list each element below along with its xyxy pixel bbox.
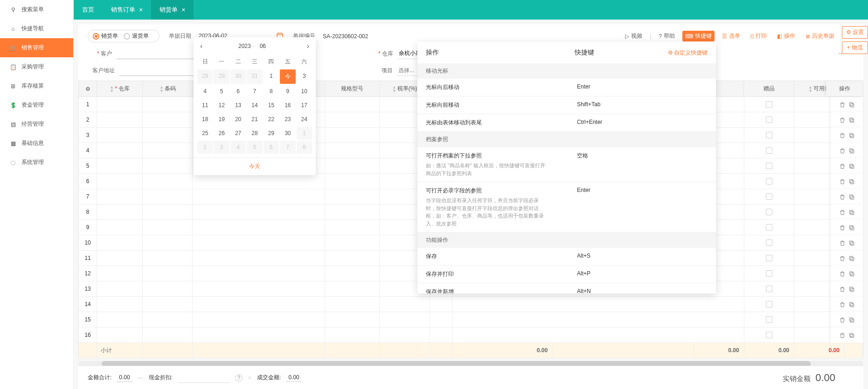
radio-sale[interactable]: 销货单 [93,32,118,40]
table-row[interactable]: 14 [78,297,863,312]
calendar-day[interactable]: 3 [214,141,229,154]
copy-icon[interactable] [848,102,855,108]
operate-button[interactable]: ◧操作 [774,31,798,41]
calendar-day[interactable]: 27 [230,127,246,140]
calendar-day[interactable]: 7 [247,85,262,98]
copy-icon[interactable] [848,148,855,154]
calendar-day[interactable]: 5 [247,141,262,154]
tab-0[interactable]: 首页 [74,0,103,20]
calendar-day[interactable]: 22 [264,113,279,126]
sidebar-item-1[interactable]: ⌂快捷导航 [0,19,73,38]
calendar-year[interactable]: 2023 [238,43,256,50]
calendar-day[interactable]: 28 [197,69,213,84]
calendar-day[interactable]: 16 [280,99,295,112]
calendar-day[interactable]: 23 [280,113,295,126]
video-button[interactable]: ▷视频 [622,31,645,41]
delete-icon[interactable] [839,148,846,154]
gift-checkbox[interactable] [766,224,772,231]
copy-icon[interactable] [848,286,855,293]
delete-icon[interactable] [839,286,846,293]
delete-icon[interactable] [839,317,846,323]
gift-checkbox[interactable] [766,270,772,277]
gift-checkbox[interactable] [766,255,772,261]
calendar-day[interactable]: 1 [264,69,279,84]
gift-checkbox[interactable] [766,101,772,108]
delete-icon[interactable] [839,209,846,216]
calendar-day[interactable]: 30 [230,69,246,84]
settings-button[interactable]: ⚙ 设置 [842,26,868,39]
calendar-day[interactable]: 13 [230,99,246,112]
calendar-day[interactable]: 8 [297,141,312,154]
copy-icon[interactable] [848,271,855,277]
col-barcode[interactable]: ▲▼条码 [143,81,193,96]
radio-return[interactable]: 退货单 [124,32,149,40]
calendar-today-button[interactable]: 今天 [194,157,316,175]
col-gear[interactable]: ⚙ [79,81,97,96]
calendar-day[interactable]: 26 [214,127,229,140]
gift-checkbox[interactable] [766,332,772,338]
gift-checkbox[interactable] [766,132,772,138]
delete-icon[interactable] [839,163,846,170]
copy-icon[interactable] [848,332,855,339]
copy-icon[interactable] [848,317,855,323]
gift-checkbox[interactable] [766,239,772,246]
calendar-day[interactable]: 17 [297,99,312,112]
calendar-day[interactable]: 28 [247,127,262,140]
col-warehouse[interactable]: ▲▼仓库 [97,81,143,96]
calendar-day[interactable]: 今 [280,69,295,84]
gift-checkbox[interactable] [766,316,772,323]
tab-1[interactable]: 销售订单× [103,0,151,20]
calendar-day[interactable]: 10 [297,85,312,98]
calendar-day[interactable]: 6 [264,141,279,154]
calendar-day[interactable]: 4 [230,141,246,154]
select-bill-button[interactable]: ☰选单 [719,31,743,41]
help-icon[interactable]: ? [235,374,243,382]
sidebar-item-7[interactable]: ▦基础信息 [0,134,73,153]
calendar-day[interactable]: 4 [197,85,213,98]
discount-input[interactable] [178,372,229,383]
calendar-day[interactable]: 19 [214,113,229,126]
calendar-day[interactable]: 25 [197,127,213,140]
calendar-day[interactable]: 15 [264,99,279,112]
calendar-day[interactable]: 14 [247,99,262,112]
delete-icon[interactable] [839,194,846,200]
gift-checkbox[interactable] [766,116,772,123]
sidebar-item-3[interactable]: 📋采购管理 [0,57,73,76]
gift-checkbox[interactable] [766,193,772,200]
sidebar-item-6[interactable]: ▤经营管理 [0,115,73,134]
sidebar-item-4[interactable]: ⊞库存核算 [0,76,73,96]
calendar-day[interactable]: 29 [214,69,229,84]
delete-icon[interactable] [839,271,846,277]
calendar-day[interactable]: 3 [297,69,312,84]
custom-shortcuts-button[interactable]: ⚙自定义快捷键 [668,49,708,57]
col-gift[interactable]: 赠品 [744,81,794,96]
sidebar-item-5[interactable]: 💲资金管理 [0,96,73,115]
copy-icon[interactable] [848,132,855,139]
delete-icon[interactable] [839,255,846,262]
gift-checkbox[interactable] [766,147,772,154]
sidebar-item-2[interactable]: 🛒销售管理 [0,38,73,57]
col-spec[interactable]: 规格型号 [325,81,380,96]
calendar-day[interactable]: 21 [247,113,262,126]
gift-checkbox[interactable] [766,301,772,307]
sidebar-item-0[interactable]: ⚲搜索菜单 [0,0,73,19]
calendar-day[interactable]: 18 [197,113,213,126]
print-button[interactable]: ⎙打印 [748,31,770,41]
calendar-day[interactable]: 11 [197,99,213,112]
calendar-day[interactable]: 29 [264,127,279,140]
copy-icon[interactable] [848,178,855,185]
copy-icon[interactable] [848,240,855,246]
copy-icon[interactable] [848,163,855,170]
gift-checkbox[interactable] [766,286,772,292]
calendar-day[interactable]: 1 [297,127,312,140]
delete-icon[interactable] [839,332,846,339]
delete-icon[interactable] [839,132,846,139]
history-button[interactable]: ≣历史单据 [803,31,837,41]
shortcut-button[interactable]: ⌨快捷键 [682,31,715,41]
delete-icon[interactable] [839,225,846,231]
calendar-day[interactable]: 2 [197,141,213,154]
table-row[interactable]: 16 [78,328,863,343]
table-row[interactable]: 15 [78,312,863,328]
copy-icon[interactable] [848,301,855,308]
delete-icon[interactable] [839,301,846,308]
